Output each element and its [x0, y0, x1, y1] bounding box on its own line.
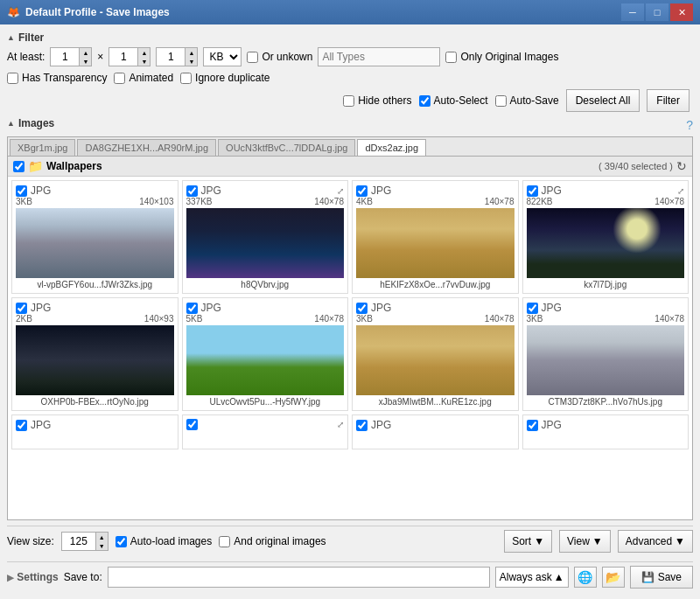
hide-others-label[interactable]: Hide others — [343, 94, 411, 107]
auto-select-checkbox[interactable] — [419, 95, 430, 107]
or-unknown-label[interactable]: Or unkown — [247, 51, 312, 63]
only-original-label[interactable]: Only Original Images — [445, 51, 558, 63]
auto-save-checkbox[interactable] — [495, 95, 507, 107]
image-cell-5[interactable]: JPG 2KB 140×93 OXHP0b-FBEx...rtOyNo.jpg — [11, 297, 178, 411]
view-button[interactable]: View ▼ — [559, 530, 611, 553]
maximize-button[interactable]: □ — [646, 3, 668, 21]
folder-icon-button[interactable]: 📂 — [602, 567, 625, 588]
main-container: Filter At least: ▲ ▼ × ▲ ▼ — [0, 24, 700, 599]
info-icon[interactable]: ? — [686, 118, 693, 132]
image-cell-9[interactable]: JPG — [11, 414, 178, 449]
globe-icon-button[interactable]: 🌐 — [574, 567, 597, 588]
image-cell-2[interactable]: JPG ⤢ 337KB 140×78 h8QVbrv.jpg — [182, 180, 349, 294]
image-cell-12[interactable]: JPG — [522, 414, 690, 449]
folder-select-all-checkbox[interactable] — [13, 161, 24, 172]
grid-container[interactable]: JPG 3KB 140×103 vl-vpBGFY6ou...fJWr3Zks.… — [8, 177, 692, 519]
size-unit-select[interactable]: KB MB B — [203, 47, 242, 66]
save-bar: ▶ Settings Save to: Always ask ▲ 🌐 📂 💾 S… — [7, 561, 693, 592]
filter-button[interactable]: Filter — [647, 89, 690, 112]
image-cell-1[interactable]: JPG 3KB 140×103 vl-vpBGFY6ou...fJWr3Zks.… — [11, 180, 178, 294]
cell-12-type: JPG — [542, 419, 562, 431]
size-down[interactable]: ▼ — [185, 57, 197, 66]
deselect-all-button[interactable]: Deselect All — [566, 89, 640, 112]
cell-1-size: 3KB — [16, 197, 94, 206]
cell-7-type: JPG — [371, 302, 391, 314]
view-size-up[interactable]: ▲ — [95, 533, 108, 541]
image-cell-11[interactable]: JPG — [352, 414, 519, 449]
and-original-checkbox[interactable] — [219, 536, 230, 547]
tab-3[interactable]: dDxs2az.jpg — [357, 139, 426, 156]
view-size-input[interactable] — [62, 533, 95, 550]
width-input[interactable] — [51, 48, 79, 66]
ignore-duplicate-checkbox[interactable] — [180, 73, 192, 84]
cell-11-checkbox[interactable] — [356, 420, 368, 431]
image-cell-4[interactable]: JPG ⤢ 822KB 140×78 kx7l7Dj.jpg — [522, 180, 690, 294]
animated-checkbox[interactable] — [114, 73, 125, 84]
cell-10-checkbox[interactable] — [186, 419, 198, 430]
cell-4-filename: kx7l7Dj.jpg — [527, 280, 685, 289]
cell-8-thumb — [527, 325, 685, 395]
has-transparency-checkbox[interactable] — [7, 73, 18, 84]
cell-6-checkbox[interactable] — [186, 303, 198, 314]
settings-label: ▶ Settings — [7, 571, 59, 583]
has-transparency-label[interactable]: Has Transparency — [7, 72, 107, 84]
size-up[interactable]: ▲ — [185, 48, 197, 57]
auto-load-checkbox[interactable] — [116, 536, 127, 547]
cell-9-checkbox[interactable] — [16, 420, 27, 431]
image-cell-3[interactable]: JPG 4KB 140×78 hEKIFzX8xOe...r7vvDuw.jpg — [352, 180, 519, 294]
cell-3-checkbox[interactable] — [356, 185, 368, 197]
images-section-header: Images — [7, 117, 54, 129]
cell-2-dims: 140×78 — [265, 197, 344, 206]
tab-2[interactable]: OUcN3ktfBvC...7lDDALg.jpg — [218, 139, 355, 156]
cell-12-checkbox[interactable] — [527, 420, 538, 431]
advanced-button[interactable]: Advanced ▼ — [618, 530, 693, 553]
auto-select-label[interactable]: Auto-Select — [419, 94, 488, 107]
refresh-icon[interactable]: ↻ — [676, 159, 687, 173]
type-input[interactable] — [318, 47, 440, 66]
close-button[interactable]: ✕ — [670, 3, 693, 21]
hide-others-checkbox[interactable] — [343, 95, 354, 107]
or-unknown-checkbox[interactable] — [247, 52, 258, 63]
animated-label[interactable]: Animated — [114, 72, 173, 84]
height-input[interactable] — [109, 48, 137, 66]
cell-7-checkbox[interactable] — [356, 303, 368, 314]
size-input[interactable] — [157, 48, 185, 66]
images-header-left: Images — [7, 117, 54, 133]
cell-1-thumb — [16, 208, 174, 278]
width-input-container: ▲ ▼ — [50, 47, 92, 66]
cell-1-checkbox[interactable] — [16, 185, 27, 197]
filter-row2: Has Transparency Animated Ignore duplica… — [7, 72, 693, 84]
minimize-button[interactable]: ─ — [621, 3, 644, 21]
cell-6-size: 5KB — [186, 314, 265, 324]
cell-4-checkbox[interactable] — [527, 185, 538, 197]
save-icon: 💾 — [641, 571, 654, 583]
cell-10-expand: ⤢ — [337, 420, 344, 429]
height-up[interactable]: ▲ — [137, 48, 150, 57]
ignore-duplicate-label[interactable]: Ignore duplicate — [180, 72, 270, 84]
width-up[interactable]: ▲ — [79, 48, 91, 57]
view-size-down[interactable]: ▼ — [95, 541, 108, 550]
cell-11-type: JPG — [371, 419, 391, 431]
only-original-checkbox[interactable] — [445, 52, 457, 63]
image-cell-7[interactable]: JPG 3KB 140×78 xJba9MIwtBM...KuRE1zc.jpg — [352, 297, 519, 411]
tab-0[interactable]: XBgr1m.jpg — [10, 139, 75, 156]
image-cell-6[interactable]: JPG 5KB 140×78 ULvcOwvt5Pu...-Hy5fWY.jpg — [182, 297, 349, 411]
save-path-input[interactable] — [108, 567, 490, 588]
height-down[interactable]: ▼ — [137, 57, 150, 66]
image-cell-10[interactable]: ⤢ — [182, 414, 349, 449]
cell-5-checkbox[interactable] — [16, 303, 27, 314]
cell-2-checkbox[interactable] — [186, 185, 198, 197]
and-original-label[interactable]: And original images — [219, 535, 326, 547]
cell-2-size: 337KB — [186, 197, 265, 206]
sort-button[interactable]: Sort ▼ — [504, 530, 552, 553]
auto-load-label[interactable]: Auto-load images — [116, 535, 212, 547]
cell-8-checkbox[interactable] — [527, 303, 538, 314]
image-cell-8[interactable]: JPG 3KB 140×78 CTM3D7zt8KP...hVo7hUs.jpg — [522, 297, 690, 411]
always-ask-combo[interactable]: Always ask ▲ — [495, 567, 569, 588]
auto-save-label[interactable]: Auto-Save — [495, 94, 559, 107]
width-down[interactable]: ▼ — [79, 57, 91, 66]
advanced-dropdown-icon: ▼ — [675, 535, 685, 547]
tab-1[interactable]: DA8GZHE1XH...AR90rM.jpg — [77, 139, 216, 156]
size-spinners: ▲ ▼ — [185, 48, 197, 66]
save-button[interactable]: 💾 Save — [630, 566, 693, 589]
